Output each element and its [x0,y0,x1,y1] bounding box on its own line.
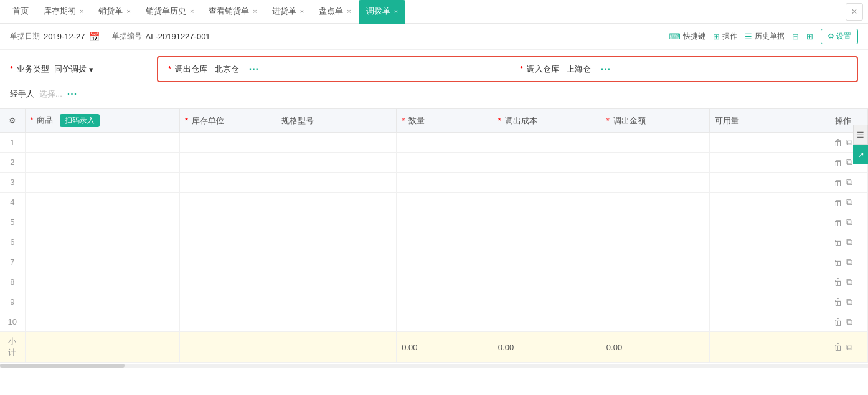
row-cost-2[interactable] [493,153,601,173]
row-qty-2[interactable] [397,153,493,173]
row-qty-9[interactable] [397,292,493,312]
subtotal-copy-btn[interactable]: ⧉ [846,342,852,353]
row-copy-7[interactable]: ⧉ [846,257,852,267]
tab-inventory-init-close[interactable]: × [80,7,83,15]
row-amount-3[interactable] [601,173,709,193]
row-qty-7[interactable] [397,252,493,272]
side-panel-expand-button[interactable]: ↗ [853,145,868,164]
row-product-4[interactable] [25,193,180,212]
row-copy-8[interactable]: ⧉ [846,277,852,287]
row-spec-5[interactable] [276,212,396,232]
handler-placeholder[interactable]: 选择... [39,88,62,100]
row-product-5[interactable] [25,212,180,232]
row-cost-10[interactable] [493,312,601,332]
row-spec-4[interactable] [276,193,396,212]
row-copy-6[interactable]: ⧉ [846,237,852,247]
tab-purchase-order-close[interactable]: × [300,7,304,15]
layout-button[interactable]: ⊟ [792,32,799,41]
row-avail-4[interactable] [709,193,818,212]
row-avail-1[interactable] [709,133,818,153]
business-type-select[interactable]: 同价调拨 ▾ [54,64,129,75]
tab-transfer[interactable]: 调拨单 × [359,0,405,24]
row-amount-1[interactable] [601,133,709,153]
row-avail-10[interactable] [709,312,818,332]
row-spec-6[interactable] [276,232,396,252]
tab-sales-history-close[interactable]: × [190,7,194,15]
row-product-7[interactable] [25,252,180,272]
row-delete-3[interactable]: 🗑 [834,178,842,188]
row-cost-1[interactable] [493,133,601,153]
calendar-icon[interactable]: 📅 [89,32,100,42]
row-product-6[interactable] [25,232,180,252]
row-amount-7[interactable] [601,252,709,272]
tab-transfer-close[interactable]: × [394,7,398,15]
row-delete-6[interactable]: 🗑 [834,237,842,247]
row-cost-9[interactable] [493,292,601,312]
window-close-button[interactable]: × [846,3,863,21]
row-delete-8[interactable]: 🗑 [834,277,842,287]
tab-inventory-check-close[interactable]: × [347,7,351,15]
row-cost-6[interactable] [493,232,601,252]
row-amount-6[interactable] [601,232,709,252]
quick-key-button[interactable]: ⌨ 快捷键 [669,31,705,42]
row-unit-8[interactable] [180,272,276,292]
handler-more-button[interactable]: ··· [67,88,77,100]
row-product-8[interactable] [25,272,180,292]
tab-purchase-order[interactable]: 进货单 × [265,0,311,24]
row-avail-5[interactable] [709,212,818,232]
side-panel-list-button[interactable]: ☰ [853,125,868,145]
subtotal-delete-btn[interactable]: 🗑 [834,342,842,352]
row-unit-5[interactable] [180,212,276,232]
row-spec-2[interactable] [276,153,396,173]
row-copy-2[interactable]: ⧉ [846,157,852,168]
tab-sales-order-close[interactable]: × [126,7,130,15]
row-product-10[interactable] [25,312,180,332]
row-copy-9[interactable]: ⧉ [846,297,852,307]
row-amount-4[interactable] [601,193,709,212]
tab-inventory-check[interactable]: 盘点单 × [311,0,358,24]
row-avail-8[interactable] [709,272,818,292]
row-spec-8[interactable] [276,272,396,292]
row-spec-10[interactable] [276,312,396,332]
row-delete-7[interactable]: 🗑 [834,257,842,267]
row-cost-7[interactable] [493,252,601,272]
history-button[interactable]: ☰ 历史单据 [745,31,785,42]
scrollbar-area[interactable] [0,364,868,368]
row-avail-7[interactable] [709,252,818,272]
row-product-2[interactable] [25,153,180,173]
grid-layout-button[interactable]: ⊞ [806,32,813,41]
row-qty-10[interactable] [397,312,493,332]
tab-view-sales[interactable]: 查看销货单 × [201,0,264,24]
tab-view-sales-close[interactable]: × [253,7,257,15]
row-qty-4[interactable] [397,193,493,212]
row-unit-7[interactable] [180,252,276,272]
row-cost-3[interactable] [493,173,601,193]
row-product-9[interactable] [25,292,180,312]
row-amount-5[interactable] [601,212,709,232]
row-qty-3[interactable] [397,173,493,193]
row-qty-6[interactable] [397,232,493,252]
row-spec-9[interactable] [276,292,396,312]
row-amount-9[interactable] [601,292,709,312]
row-delete-5[interactable]: 🗑 [834,217,842,227]
th-gear[interactable]: ⚙ [0,109,25,133]
row-delete-4[interactable]: 🗑 [834,198,842,207]
row-copy-1[interactable]: ⧉ [846,137,852,148]
row-qty-5[interactable] [397,212,493,232]
in-warehouse-more-button[interactable]: ··· [601,64,611,75]
row-avail-9[interactable] [709,292,818,312]
row-cost-5[interactable] [493,212,601,232]
row-delete-9[interactable]: 🗑 [834,297,842,307]
row-cost-8[interactable] [493,272,601,292]
row-amount-2[interactable] [601,153,709,173]
row-spec-3[interactable] [276,173,396,193]
row-unit-9[interactable] [180,292,276,312]
row-qty-1[interactable] [397,133,493,153]
row-unit-2[interactable] [180,153,276,173]
row-unit-1[interactable] [180,133,276,153]
row-avail-3[interactable] [709,173,818,193]
row-unit-4[interactable] [180,193,276,212]
row-product-1[interactable] [25,133,180,153]
row-copy-3[interactable]: ⧉ [846,177,852,188]
operation-button[interactable]: ⊞ 操作 [713,31,737,42]
